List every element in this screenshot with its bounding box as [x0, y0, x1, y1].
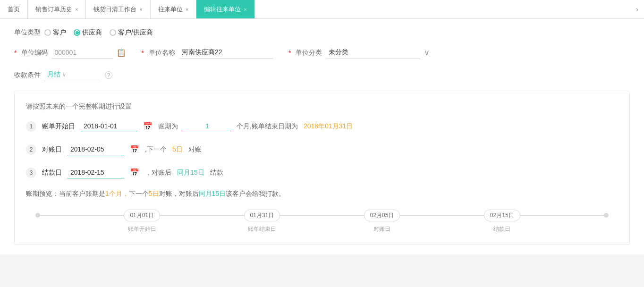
tab-cash-work-label: 钱货日清工作台	[93, 5, 136, 14]
step-3-desc-prefix: ，对账后	[145, 169, 171, 177]
code-calendar-icon[interactable]: 📋	[117, 48, 126, 57]
timeline: 01月01日 账单开始日 01月31日 账单结束日 02月05日 对账日 02月…	[26, 210, 618, 233]
code-name-row: * 单位编码 📋 * 单位名称 * 单位分类 未分类 ∨	[14, 46, 630, 59]
classify-chevron-icon[interactable]: ∨	[424, 48, 430, 57]
preview-section: 账期预览：当前客户账期是1个月，下一个5日对账，对账后同月15日该客户会给我打款…	[26, 190, 618, 198]
preview-suffix: 该客户会给我打款。	[226, 190, 285, 197]
preview-highlight-1: 1个月，	[105, 190, 129, 197]
unit-type-row: 单位类型 客户 供应商 客户/供应商	[14, 28, 630, 37]
step-2-label: 对账日	[42, 145, 62, 154]
step-1-num: 1	[26, 121, 36, 132]
payment-chevron-icon: ∨	[62, 72, 66, 78]
code-input[interactable]	[51, 47, 113, 59]
timeline-node-2: 01月31日 账单结束日	[244, 210, 280, 233]
timeline-node-4: 02月15日 结款日	[484, 210, 520, 233]
timeline-label-1: 账单开始日	[128, 225, 156, 233]
timeline-right-dot	[604, 210, 609, 218]
preview-prefix: 账期预览：当前客户账期是	[26, 190, 105, 197]
timeline-node-3: 02月05日 对账日	[364, 210, 400, 233]
step-1-period-suffix: 个月,账单结束日期为	[237, 122, 298, 131]
radio-supplier[interactable]: 供应商	[74, 28, 102, 37]
name-required: *	[141, 49, 144, 57]
timeline-dot-end	[604, 213, 609, 218]
timeline-left-dot	[35, 210, 40, 218]
name-input[interactable]	[179, 47, 273, 59]
step-1-date-input[interactable]	[81, 120, 137, 132]
step-2-row: 2 对账日 📅 ,下一个5日对账	[26, 144, 618, 155]
code-label: 单位编码	[21, 49, 48, 57]
name-label: 单位名称	[149, 49, 175, 57]
code-required: *	[14, 49, 17, 57]
radio-customer[interactable]: 客户	[44, 28, 66, 37]
radio-both-circle	[110, 29, 116, 36]
step-3-highlight: 同月15日	[177, 169, 204, 177]
step-3-row: 3 结款日 📅 ，对账后同月15日结款	[26, 167, 618, 178]
radio-supplier-circle	[74, 29, 80, 36]
radio-customer-label: 客户	[53, 28, 66, 37]
step-1-calendar-icon[interactable]: 📅	[143, 122, 153, 131]
step-2-highlight: 5日	[172, 145, 183, 154]
payment-label: 收款条件	[14, 71, 41, 79]
payment-row: 收款条件 月结 ∨ ?	[14, 68, 630, 81]
tab-edit-partner-label: 编辑往来单位	[204, 5, 241, 14]
payment-select[interactable]: 月结 ∨	[44, 68, 101, 81]
timeline-label-4: 结款日	[493, 225, 510, 233]
timeline-node-1: 01月01日 账单开始日	[124, 210, 160, 233]
main-content: 单位类型 客户 供应商 客户/供应商 * 单位编码 📋 * 单位名称 * 单位分…	[0, 19, 644, 254]
timeline-badge-1: 01月01日	[124, 210, 160, 221]
tab-sales-history-label: 销售订单历史	[35, 5, 72, 14]
step-1-period-prefix: 账期为	[158, 122, 178, 131]
step-1-period-date: 2018年01月31日	[304, 122, 353, 131]
help-icon[interactable]: ?	[105, 71, 112, 79]
tab-more-button[interactable]: ›	[630, 5, 644, 14]
classify-label: 单位分类	[296, 49, 322, 57]
unit-type-label: 单位类型	[14, 28, 41, 37]
radio-customer-circle	[44, 29, 51, 36]
timeline-label-2: 账单结束日	[248, 225, 276, 233]
tab-partner-close[interactable]: ×	[186, 7, 188, 12]
tab-partner[interactable]: 往来单位 ×	[151, 0, 196, 18]
settings-panel: 请按照未来的一个完整帐期进行设置 1 账单开始日 📅 账期为 个月,账单结束日期…	[14, 91, 630, 245]
step-2-desc-suffix: 对账	[188, 145, 202, 154]
radio-supplier-label: 供应商	[82, 28, 102, 37]
classify-select[interactable]: 未分类	[326, 46, 420, 59]
step-1-row: 1 账单开始日 📅 账期为 个月,账单结束日期为 2018年01月31日	[26, 120, 618, 132]
tab-home[interactable]: 首页	[0, 0, 28, 18]
tab-partner-label: 往来单位	[158, 5, 183, 14]
step-3-date-input[interactable]	[68, 167, 124, 178]
step-2-date-input[interactable]	[68, 144, 124, 155]
step-1-period-input[interactable]	[184, 121, 231, 131]
tab-cash-work-close[interactable]: ×	[139, 7, 142, 12]
timeline-badge-2: 01月31日	[244, 210, 280, 221]
step-3-calendar-icon[interactable]: 📅	[130, 168, 139, 177]
radio-both-label: 客户/供应商	[118, 28, 153, 37]
tab-edit-partner[interactable]: 编辑往来单位 ×	[196, 0, 254, 18]
tab-home-label: 首页	[8, 5, 20, 14]
classify-value: 未分类	[329, 48, 348, 57]
timeline-badge-3: 02月05日	[364, 210, 400, 221]
tab-sales-history[interactable]: 销售订单历史 ×	[28, 0, 86, 18]
preview-2-prefix: 下一个	[129, 190, 149, 197]
tab-sales-history-close[interactable]: ×	[75, 7, 78, 12]
step-1-label: 账单开始日	[42, 122, 75, 131]
preview-2-suffix: 对账，对账后	[159, 190, 199, 197]
tab-edit-partner-close[interactable]: ×	[244, 7, 246, 12]
timeline-label-3: 对账日	[373, 225, 390, 233]
tab-bar: 首页 销售订单历史 × 钱货日清工作台 × 往来单位 × 编辑往来单位 × ›	[0, 0, 644, 19]
unit-type-radio-group: 客户 供应商 客户/供应商	[44, 28, 153, 37]
timeline-badge-4: 02月15日	[484, 210, 520, 221]
panel-description: 请按照未来的一个完整帐期进行设置	[26, 102, 618, 111]
step-2-num: 2	[26, 144, 36, 155]
step-3-num: 3	[26, 168, 36, 178]
preview-highlight-2: 5日	[149, 190, 159, 197]
classify-required: *	[288, 49, 291, 57]
step-2-calendar-icon[interactable]: 📅	[130, 145, 139, 154]
step-3-desc-suffix: 结款	[210, 169, 223, 177]
payment-value: 月结	[47, 70, 60, 79]
radio-both[interactable]: 客户/供应商	[110, 28, 153, 37]
tab-cash-work[interactable]: 钱货日清工作台 ×	[86, 0, 150, 18]
timeline-dot-start	[35, 213, 40, 218]
step-3-label: 结款日	[42, 169, 62, 177]
step-2-desc-prefix: ,下一个	[145, 145, 167, 154]
preview-highlight-3: 同月15日	[199, 190, 226, 197]
